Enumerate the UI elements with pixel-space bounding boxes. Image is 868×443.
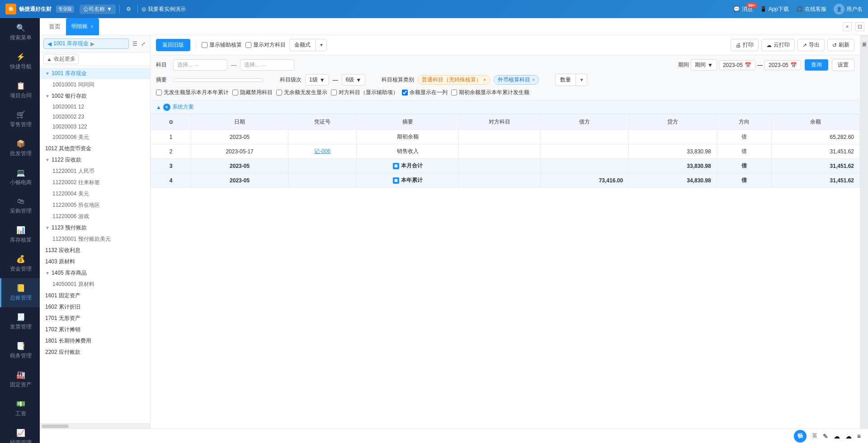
voucher-link[interactable]: 记-006: [314, 148, 330, 154]
period-to-input[interactable]: 2023-05 📅: [764, 60, 801, 70]
tree-item-11220004[interactable]: 11220004 美元: [40, 188, 150, 200]
refresh-button[interactable]: ↺ 刷新: [827, 39, 854, 51]
online-service-button[interactable]: 🎧 在线客服: [796, 5, 826, 13]
tab-home[interactable]: 首页: [43, 21, 66, 33]
sidebar-item-finance[interactable]: 💰 资金管理: [0, 249, 40, 278]
demo-link[interactable]: ◎ 我要看实例演示: [142, 5, 186, 13]
sidebar-item-operations[interactable]: 📈 经营管理: [0, 423, 40, 443]
tree-item-1403[interactable]: 1403 原材料: [40, 256, 150, 267]
opposite-checkbox[interactable]: [331, 90, 337, 95]
tag-chip-1[interactable]: 普通科目（无特殊核算） ×: [418, 75, 490, 85]
sidebar-item-salary[interactable]: 💵 工资: [0, 394, 40, 423]
tree-item-2202[interactable]: 2202 应付账款: [40, 347, 150, 358]
tree-item-14050001[interactable]: 14050001 原材料: [40, 279, 150, 290]
right-edge-expand-button[interactable]: 展开: [860, 37, 868, 41]
sidebar-item-tax[interactable]: 📑 税务管理: [0, 336, 40, 365]
status-cloud-icon-1[interactable]: ☁: [834, 433, 840, 440]
td-voucher[interactable]: 记-006: [288, 144, 357, 159]
tag-chip-close-icon-1[interactable]: ×: [483, 77, 486, 82]
tree-item-11220001[interactable]: 11220001 人民币: [40, 166, 150, 177]
message-button[interactable]: 💬 消息 99+: [733, 5, 753, 13]
selected-account-tag[interactable]: ◀ 1001 库存现金 ▶: [43, 38, 129, 49]
opposite-check[interactable]: 对方科目（显示辅助项）: [331, 89, 398, 96]
company-selector[interactable]: 公司名称 ▼: [80, 5, 116, 14]
sidebar-item-fixed-assets[interactable]: 🏭 固定资产: [0, 365, 40, 394]
th-settings[interactable]: ⚙: [151, 114, 191, 130]
tree-item-11220005[interactable]: 11220005 所在地区: [40, 200, 150, 211]
print-button[interactable]: 🖨 打印: [731, 39, 759, 51]
panel-expand-icon[interactable]: ⤢: [140, 40, 146, 48]
tree-item-1132[interactable]: 1132 应收利息: [40, 245, 150, 256]
no-amount-checkbox[interactable]: [156, 90, 162, 95]
export-button[interactable]: ↗ 导出: [797, 39, 825, 51]
tree-item-11220006[interactable]: 11220006 游戏: [40, 211, 150, 222]
sidebar-item-quick-nav[interactable]: ⚡ 快捷导航: [0, 47, 40, 76]
sidebar-item-search[interactable]: 🔍 搜索菜单: [0, 18, 40, 47]
account-from-input[interactable]: 选择... ···: [173, 59, 227, 71]
tree-item-11230001[interactable]: 11230001 预付账款美元: [40, 233, 150, 245]
no-balance-check[interactable]: 无余额无发生显示: [276, 89, 327, 96]
tab-active[interactable]: 明细账 ×: [66, 18, 99, 35]
query-title[interactable]: ▲ ⊕ 系统方案: [156, 100, 194, 114]
no-amount-check[interactable]: 无发生额显示本月本年累计: [156, 89, 229, 96]
tree-item-10010001[interactable]: 10010001 同同同: [40, 79, 150, 91]
app-download-button[interactable]: 📱 App下载: [760, 5, 789, 13]
status-edit-icon[interactable]: ✎: [823, 433, 828, 440]
level-to-select[interactable]: 6级 ▼: [342, 74, 366, 86]
tree-item-1123[interactable]: ▼ 1123 预付账款: [40, 222, 150, 233]
status-menu-icon[interactable]: ≡: [857, 433, 861, 440]
show-assist-check[interactable]: 显示辅助核算: [202, 41, 242, 49]
hide-disabled-check[interactable]: 隐藏禁用科目: [232, 89, 273, 96]
summary-input[interactable]: [173, 78, 264, 82]
left-panel-scrollbar[interactable]: [40, 423, 150, 429]
collapse-button[interactable]: ▲ 收起更多: [43, 54, 79, 64]
tree-item-10020006[interactable]: 10020006 美元: [40, 132, 150, 143]
tag-chip-2[interactable]: 外币核算科目 ×: [494, 75, 539, 85]
return-old-version-button[interactable]: 返回旧版: [156, 39, 190, 51]
status-cloud-icon-2[interactable]: ☁: [845, 433, 852, 440]
hide-disabled-checkbox[interactable]: [232, 90, 238, 95]
cloud-print-button[interactable]: ☁ 云打印: [761, 39, 795, 51]
sidebar-item-retail[interactable]: 🛒 零售管理: [0, 105, 40, 134]
tree-item-1001[interactable]: ▼ 1001 库存现金: [40, 68, 150, 79]
tree-item-1405[interactable]: ▼ 1405 库存商品: [40, 267, 150, 279]
sidebar-item-ledger[interactable]: 📒 总账管理: [0, 278, 40, 307]
level-from-select[interactable]: 1级 ▼: [305, 74, 329, 86]
amount-format-button[interactable]: 金额式 ▼: [289, 39, 327, 51]
sidebar-item-inventory[interactable]: 📊 库存核算: [0, 220, 40, 249]
tree-item-1601[interactable]: 1601 固定资产: [40, 290, 150, 301]
quantity-dropdown[interactable]: 数量 ▼: [555, 74, 587, 86]
tab-close-all-button[interactable]: ×: [843, 22, 852, 31]
sidebar-item-project[interactable]: 📋 项目合同: [0, 76, 40, 105]
status-lang[interactable]: 英: [812, 432, 817, 440]
tree-item-11220002[interactable]: 11220002 往来标签: [40, 177, 150, 188]
tab-menu-button[interactable]: ⊡: [855, 22, 864, 31]
tree-item-1122[interactable]: ▼ 1122 应收款: [40, 154, 150, 166]
no-balance-checkbox[interactable]: [276, 90, 282, 95]
tree-item-1701[interactable]: 1701 无形资产: [40, 313, 150, 324]
settings-icon[interactable]: ⚙: [123, 5, 134, 13]
yearly-checkbox[interactable]: [451, 90, 457, 95]
tree-item-1702[interactable]: 1702 累计摊销: [40, 324, 150, 335]
balance-col-checkbox[interactable]: [402, 90, 408, 95]
tree-item-1801[interactable]: 1801 长期待摊费用: [40, 335, 150, 347]
sidebar-item-invoice[interactable]: 🧾 发票管理: [0, 307, 40, 336]
tree-item-1012[interactable]: 1012 其他货币资金: [40, 143, 150, 154]
tree-item-1602[interactable]: 1602 累计折旧: [40, 301, 150, 313]
tag-chip-close-icon-2[interactable]: ×: [532, 77, 535, 82]
status-circle-button[interactable]: 畅: [794, 430, 807, 443]
tree-item-10020001[interactable]: 10020001 12: [40, 102, 150, 112]
tree-item-10020002[interactable]: 10020002 23: [40, 112, 150, 122]
sidebar-item-purchase[interactable]: 🛍 采购管理: [0, 192, 40, 220]
show-assist-checkbox[interactable]: [202, 42, 208, 48]
scroll-thumb[interactable]: [42, 424, 69, 428]
balance-col-check[interactable]: 余额显示在一列: [402, 89, 448, 96]
user-menu[interactable]: 👤 用户名: [834, 4, 863, 14]
yearly-check[interactable]: 期初余额显示本年累计发生额: [451, 89, 529, 96]
tab-close-icon[interactable]: ×: [90, 24, 94, 30]
tag-clear-icon[interactable]: ▶: [90, 41, 94, 47]
show-opposite-checkbox[interactable]: [245, 42, 251, 48]
tree-item-1002[interactable]: ▼ 1002 银行存款: [40, 91, 150, 102]
period-type-dropdown[interactable]: 期间 ▼: [691, 59, 717, 71]
search-button[interactable]: 查询: [805, 59, 828, 71]
